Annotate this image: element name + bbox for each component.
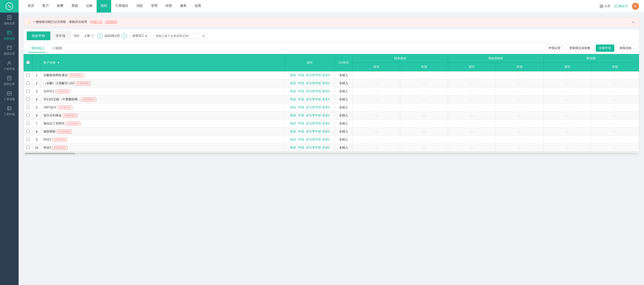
op-more[interactable]: 更多▾	[322, 122, 330, 125]
col-3: —	[496, 144, 543, 152]
row-checkbox[interactable]	[26, 146, 30, 149]
row-checkbox[interactable]	[26, 81, 30, 85]
nav-business[interactable]: 工商项目	[111, 0, 132, 13]
op-declare[interactable]: 申报	[298, 89, 304, 93]
op-more[interactable]: 更多▾	[322, 138, 330, 141]
op-tax-table[interactable]: 税表	[290, 81, 296, 85]
op-more[interactable]: 更多▾	[322, 130, 330, 133]
sub-tab-small-scale[interactable]: 小规模	[51, 44, 63, 53]
op-more[interactable]: 更多▾	[322, 146, 330, 149]
user-avatar[interactable]: 昕	[632, 3, 639, 10]
sidebar-item-tax-settings[interactable]: 报税设置	[0, 13, 19, 28]
nav-billing[interactable]: 收费	[53, 0, 67, 13]
op-declare[interactable]: 申报	[298, 81, 304, 85]
op-tax-table[interactable]: 税表	[290, 98, 296, 101]
op-tax-table[interactable]: 税表	[290, 106, 296, 109]
op-more[interactable]: 更多▾	[322, 89, 330, 93]
ca-status-cell: 未插入	[335, 120, 352, 128]
op-tax-table[interactable]: 税表	[290, 146, 296, 149]
row-checkbox[interactable]	[26, 73, 30, 77]
col-5: —	[591, 120, 639, 128]
op-tax-table[interactable]: 税表	[290, 114, 296, 117]
row-checkbox[interactable]	[26, 130, 30, 133]
tax-status-tag: 未更新税定	[63, 114, 78, 118]
nav-operations[interactable]: 经营	[162, 0, 176, 13]
op-declare[interactable]: 申报	[298, 98, 304, 101]
fill-financial-header: 填写	[352, 63, 400, 71]
tab-zero-declaration[interactable]: 零申报	[50, 31, 71, 40]
member-button[interactable]: 畅会员	[614, 4, 628, 8]
region-info-icon[interactable]: ℹ	[91, 34, 94, 38]
fullscreen-button[interactable]: 全屏	[600, 4, 610, 8]
op-declare[interactable]: 申报	[298, 73, 304, 77]
search-input[interactable]	[155, 34, 201, 38]
sort-icon[interactable]: ▾	[58, 61, 59, 64]
op-set-zero[interactable]: 设为零申报	[306, 73, 321, 77]
op-declare[interactable]: 申报	[298, 122, 304, 125]
search-icon[interactable]	[202, 34, 205, 38]
op-set-zero[interactable]: 设为零申报	[306, 81, 321, 85]
notice-close-button[interactable]: ✕	[632, 20, 635, 24]
batch-declare-button[interactable]: 批量申报	[596, 44, 614, 52]
nav-tax[interactable]: 报税	[97, 0, 111, 13]
op-more[interactable]: 更多▾	[322, 73, 330, 77]
nav-accounting[interactable]: 记账	[82, 0, 97, 13]
op-more[interactable]: 更多▾	[322, 114, 330, 117]
op-declare[interactable]: 申报	[298, 146, 304, 149]
select-all-checkbox[interactable]	[26, 61, 30, 64]
op-tax-table[interactable]: 税表	[290, 138, 296, 141]
sidebar-item-personal-tax[interactable]: 个税申报	[0, 58, 19, 73]
nav-home[interactable]: 首页	[24, 0, 38, 13]
row-checkbox[interactable]	[26, 114, 30, 117]
op-more[interactable]: 更多▾	[322, 106, 330, 109]
op-tax-table[interactable]: 税表	[290, 89, 296, 93]
sub-tab-general[interactable]: 一般纳税人	[28, 44, 46, 53]
row-checkbox[interactable]	[26, 98, 30, 101]
notice-link-summary[interactable]: 申报汇总	[90, 20, 102, 24]
op-declare[interactable]: 申报	[298, 106, 304, 109]
date-next-button[interactable]: ›	[122, 33, 127, 39]
sidebar-item-annual-report[interactable]: 工商年报	[0, 103, 19, 118]
tab-tax-declaration[interactable]: 税款申报	[27, 31, 50, 40]
op-set-zero[interactable]: 设为零申报	[306, 122, 321, 125]
scroll-thumb[interactable]	[25, 153, 75, 154]
declaration-records-button[interactable]: 申报记录	[545, 44, 564, 52]
row-checkbox[interactable]	[26, 89, 30, 93]
nav-management[interactable]: 管理	[147, 0, 162, 13]
op-tax-table[interactable]: 税表	[290, 122, 296, 125]
sidebar-item-annual-settlement[interactable]: 汇算清缴	[0, 88, 19, 103]
op-set-zero[interactable]: 设为零申报	[306, 106, 321, 109]
op-set-zero[interactable]: 设为零申报	[306, 130, 321, 133]
sidebar-item-tax-overview[interactable]: 报税总览	[0, 43, 19, 58]
op-declare[interactable]: 申报	[298, 114, 304, 117]
op-tax-table[interactable]: 税表	[290, 130, 296, 133]
nav-customer[interactable]: 客户	[38, 0, 53, 13]
op-more[interactable]: 更多▾	[322, 81, 330, 85]
date-prev-button[interactable]: ‹	[97, 33, 103, 39]
row-checkbox[interactable]	[26, 122, 30, 125]
update-tax-button[interactable]: 更新税定及取数	[566, 44, 594, 52]
notice-text: 一键报税功能已过试用期，请购买后使用 申报汇总 立即购买	[33, 20, 630, 24]
op-tax-table[interactable]: 税表	[290, 73, 296, 77]
department-select[interactable]: 全部员工 ▾	[130, 32, 150, 39]
nav-message[interactable]: 消息	[132, 0, 147, 13]
row-checkbox[interactable]	[26, 138, 30, 141]
op-more[interactable]: 更多▾	[322, 98, 330, 101]
op-declare[interactable]: 申报	[298, 130, 304, 133]
op-set-zero[interactable]: 设为零申报	[306, 89, 321, 93]
sidebar-item-label: 汇算清缴	[4, 98, 15, 101]
nav-service[interactable]: 服务	[176, 0, 191, 13]
nav-invoice[interactable]: 票据	[67, 0, 82, 13]
op-set-zero[interactable]: 设为零申报	[306, 114, 321, 117]
op-set-zero[interactable]: 设为零申报	[306, 138, 321, 141]
row-checkbox[interactable]	[26, 106, 30, 109]
sidebar-item-batch-tax[interactable]: 批量报税	[0, 28, 19, 43]
op-set-zero[interactable]: 设为零申报	[306, 98, 321, 101]
op-declare[interactable]: 申报	[298, 138, 304, 141]
collect-receipt-button[interactable]: 收取回执	[616, 44, 635, 52]
op-set-zero[interactable]: 设为零申报	[306, 146, 321, 149]
horizontal-scrollbar[interactable]	[24, 152, 639, 155]
nav-settings[interactable]: 设置	[191, 0, 205, 13]
sidebar-item-tax-records[interactable]: 报税记录	[0, 73, 19, 88]
notice-link-buy[interactable]: 立即购买	[105, 20, 117, 24]
